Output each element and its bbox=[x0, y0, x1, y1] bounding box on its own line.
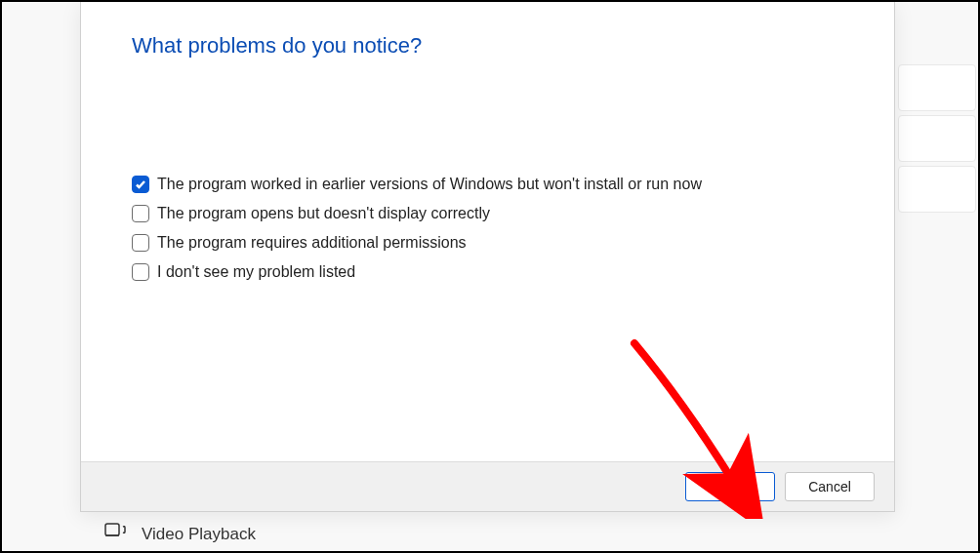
svg-rect-0 bbox=[105, 524, 119, 535]
dialog-footer: Next Cancel bbox=[81, 461, 894, 511]
option-label: The program requires additional permissi… bbox=[157, 234, 467, 252]
option-label: The program worked in earlier versions o… bbox=[157, 176, 702, 193]
option-earlier-versions[interactable]: The program worked in earlier versions o… bbox=[132, 176, 843, 193]
problem-options-list: The program worked in earlier versions o… bbox=[132, 176, 843, 281]
settings-background-item: Video Playback bbox=[104, 523, 256, 545]
checkbox-earlier-versions[interactable] bbox=[132, 176, 149, 193]
checkbox-display-incorrect[interactable] bbox=[132, 205, 149, 222]
dialog-body: What problems do you notice? The program… bbox=[81, 2, 894, 461]
cancel-button[interactable]: Cancel bbox=[785, 472, 875, 501]
option-label: I don't see my problem listed bbox=[157, 263, 355, 281]
background-list-item bbox=[898, 115, 976, 162]
option-problem-not-listed[interactable]: I don't see my problem listed bbox=[132, 263, 843, 281]
option-label: The program opens but doesn't display co… bbox=[157, 205, 490, 222]
checkbox-additional-permissions[interactable] bbox=[132, 234, 149, 252]
option-display-incorrect[interactable]: The program opens but doesn't display co… bbox=[132, 205, 843, 222]
troubleshooter-dialog: What problems do you notice? The program… bbox=[80, 2, 895, 512]
settings-background-label: Video Playback bbox=[142, 525, 256, 544]
dialog-title: What problems do you notice? bbox=[132, 33, 843, 59]
option-additional-permissions[interactable]: The program requires additional permissi… bbox=[132, 234, 843, 252]
next-button[interactable]: Next bbox=[685, 472, 775, 501]
video-playback-icon bbox=[104, 523, 126, 545]
checkbox-problem-not-listed[interactable] bbox=[132, 263, 149, 281]
background-list-item bbox=[898, 166, 976, 213]
background-list-item bbox=[898, 64, 976, 111]
check-icon bbox=[135, 178, 146, 190]
